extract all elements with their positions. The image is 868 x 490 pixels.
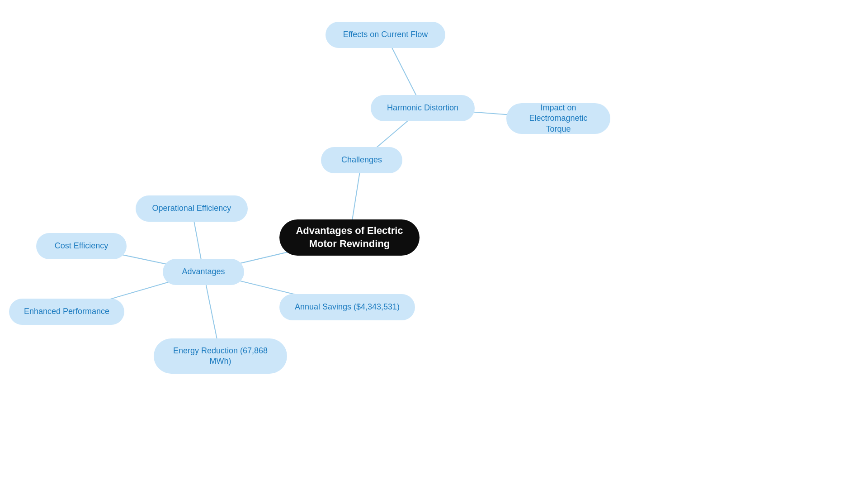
node-annual[interactable]: Annual Savings ($4,343,531) [279,294,415,320]
node-cost[interactable]: Cost Efficiency [36,233,127,259]
node-main[interactable]: Advantages of Electric Motor Rewinding [279,219,420,256]
node-advantages[interactable]: Advantages [163,259,244,285]
node-operational[interactable]: Operational Efficiency [136,195,248,222]
node-harmonic[interactable]: Harmonic Distortion [371,95,475,121]
node-challenges[interactable]: Challenges [321,147,402,173]
node-energy[interactable]: Energy Reduction (67,868 MWh) [154,338,287,374]
node-enhanced[interactable]: Enhanced Performance [9,299,124,325]
node-effects[interactable]: Effects on Current Flow [326,22,445,48]
mind-map-connections [0,0,868,490]
node-electromagnetic[interactable]: Impact on Electromagnetic Torque [506,103,610,134]
